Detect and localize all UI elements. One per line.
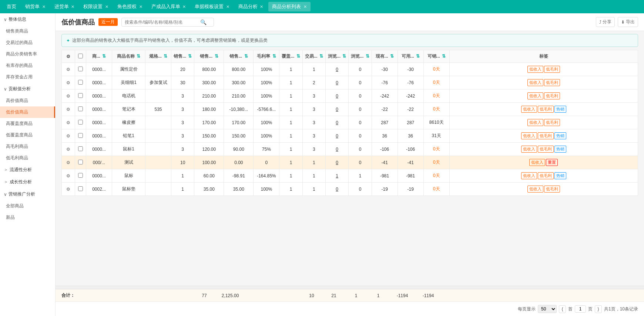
row-gear-cell[interactable]: ⚙ <box>62 116 75 129</box>
close-purchase-icon[interactable]: ✕ <box>71 4 74 9</box>
row-gear-cell[interactable]: ⚙ <box>62 156 75 169</box>
close-products-in-icon[interactable]: ✕ <box>182 4 186 9</box>
share-button[interactable]: ⤴ 分享 <box>596 17 615 27</box>
sidebar-section-circulation[interactable]: ＞ 流通性分析 <box>0 164 55 176</box>
search-icon[interactable]: 🔍 <box>200 19 207 25</box>
sidebar-item-high-margin[interactable]: 高毛利商品 <box>0 141 55 152</box>
views-link[interactable]: 0 <box>336 94 338 99</box>
row-coverage: 1 <box>279 169 302 183</box>
col-coverage[interactable]: 覆盖... ⇅ <box>279 50 302 63</box>
views-link[interactable]: 0 <box>336 147 338 152</box>
col-gear[interactable]: ⚙ <box>62 50 75 63</box>
row-gear-cell[interactable]: ⚙ <box>62 169 75 183</box>
col-views1[interactable]: 浏览... ⇅ <box>326 50 349 63</box>
row-sales-amt: 60.00 <box>194 169 224 183</box>
row-checkbox[interactable] <box>78 133 83 138</box>
nav-home[interactable]: 首页 <box>3 2 20 11</box>
row-usable: -22 <box>398 103 423 116</box>
close-template-icon[interactable]: ✕ <box>226 4 229 9</box>
col-name[interactable]: 商品名称 ⇅ <box>112 50 145 63</box>
page-number-input[interactable] <box>575 305 586 313</box>
col-transaction[interactable]: 交易... ⇅ <box>302 50 325 63</box>
nav-purchase[interactable]: 进货单 ✕ <box>51 2 78 11</box>
views-link[interactable]: 0 <box>336 160 338 165</box>
nav-sales[interactable]: 销货单 ✕ <box>21 2 49 11</box>
nav-analysis[interactable]: 商品分析 ✕ <box>235 2 267 11</box>
col-usable[interactable]: 可用... ⇅ <box>398 50 423 63</box>
close-permissions-icon[interactable]: ✕ <box>105 4 108 9</box>
row-gear-cell[interactable]: ⚙ <box>62 143 75 156</box>
row-gear-cell[interactable]: ⚙ <box>62 76 75 89</box>
views-link[interactable]: 0 <box>336 133 338 139</box>
sidebar-item-traded-products[interactable]: 交易过的商品 <box>0 37 55 48</box>
row-gear-cell[interactable]: ⚙ <box>62 129 75 143</box>
views-link[interactable]: 0 <box>336 120 338 125</box>
sidebar-item-inventory-fund[interactable]: 库存资金占用 <box>0 71 55 83</box>
col-tags[interactable]: 标签 <box>449 50 638 63</box>
close-analysis-list-icon[interactable]: ✕ <box>303 4 307 9</box>
sidebar-item-in-stock[interactable]: 有库存的商品 <box>0 60 55 71</box>
row-checkbox[interactable] <box>78 80 83 85</box>
per-page-select[interactable]: 50 100 200 <box>538 305 557 313</box>
nav-template[interactable]: 单据模板设置 ✕ <box>191 2 233 11</box>
col-saleable[interactable]: 可销... ⇅ <box>423 50 449 63</box>
row-coverage: 1 <box>279 116 302 129</box>
row-gear-cell[interactable]: ⚙ <box>62 63 75 76</box>
col-sales-avg[interactable]: 销售... ⇅ <box>224 50 254 63</box>
sidebar-item-low-margin[interactable]: 低毛利商品 <box>0 152 55 164</box>
nav-roles[interactable]: 角色授权 ✕ <box>114 2 146 11</box>
row-checkbox[interactable] <box>78 146 83 151</box>
sidebar-section-marketing[interactable]: ∨ 营销推广分析 <box>0 188 55 200</box>
close-analysis-icon[interactable]: ✕ <box>260 4 263 9</box>
sidebar-item-low-value[interactable]: 低价值商品 <box>0 106 55 118</box>
views-link[interactable]: 0 <box>336 67 338 72</box>
row-checkbox[interactable] <box>78 106 83 111</box>
close-roles-icon[interactable]: ✕ <box>139 4 142 9</box>
close-sales-icon[interactable]: ✕ <box>42 4 46 9</box>
select-all-checkbox[interactable] <box>78 54 83 58</box>
row-checkbox-cell <box>75 129 86 143</box>
sidebar-item-high-coverage[interactable]: 高覆盖度商品 <box>0 118 55 129</box>
col-sales-amt[interactable]: 销售... ⇅ <box>194 50 224 63</box>
row-checkbox[interactable] <box>78 160 83 164</box>
row-checkbox[interactable] <box>78 67 83 71</box>
sidebar-item-new-products[interactable]: 新品 <box>0 212 55 223</box>
time-tag-button[interactable]: 近一月 <box>98 18 118 26</box>
sidebar-item-all-products[interactable]: 全部商品 <box>0 200 55 212</box>
row-gear-cell[interactable]: ⚙ <box>62 183 75 196</box>
row-gear-cell[interactable]: ⚙ <box>62 89 75 103</box>
col-gross-margin[interactable]: 毛利率 ⇅ <box>254 50 279 63</box>
tag-label: 低毛利 <box>544 79 560 86</box>
first-page-button[interactable]: ⟨ <box>559 305 566 313</box>
nav-products-in[interactable]: 产成品入库单 ✕ <box>148 2 190 11</box>
row-checkbox[interactable] <box>78 93 83 98</box>
row-gear-cell[interactable]: ⚙ <box>62 103 75 116</box>
sidebar-section-growth[interactable]: ＞ 成长性分析 <box>0 176 55 188</box>
nav-permissions[interactable]: 权限设置 ✕ <box>80 2 112 11</box>
row-coverage: 1 <box>279 183 302 196</box>
search-input[interactable] <box>125 20 199 25</box>
col-current[interactable]: 现有... ⇅ <box>372 50 398 63</box>
row-gross-margin: 75% <box>254 143 279 156</box>
nav-analysis-list[interactable]: 商品分析列表 ✕ <box>268 2 311 11</box>
row-checkbox[interactable] <box>78 186 83 191</box>
views-link[interactable]: 1 <box>336 173 338 179</box>
sidebar-item-low-coverage[interactable]: 低覆盖度商品 <box>0 129 55 141</box>
sidebar-item-sales-products[interactable]: 销售类商品 <box>0 26 55 37</box>
views-link[interactable]: 0 <box>336 187 338 192</box>
sidebar-section-general[interactable]: ∨ 整体信息 <box>0 13 55 26</box>
sidebar-item-high-value[interactable]: 高价值商品 <box>0 95 55 106</box>
export-button[interactable]: ⬇ 导出 <box>618 17 638 27</box>
row-checkbox[interactable] <box>78 173 83 178</box>
col-spec[interactable]: 规格... ⇅ <box>145 50 171 63</box>
sidebar-section-contribution[interactable]: ∨ 贡献值分析 <box>0 83 55 95</box>
col-views2[interactable]: 浏览... ⇅ <box>349 50 372 63</box>
horizontal-scrollbar[interactable] <box>56 286 644 289</box>
row-checkbox[interactable] <box>78 120 83 125</box>
col-sales-qty[interactable]: 销售... ⇅ <box>171 50 194 63</box>
views-link[interactable]: 0 <box>336 107 338 112</box>
views-link[interactable]: 0 <box>336 80 338 85</box>
sidebar-item-category-rate[interactable]: 商品分类销售率 <box>0 48 55 60</box>
last-page-button[interactable]: ⟩ <box>595 305 602 313</box>
col-code[interactable]: 商... ⇅ <box>86 50 112 63</box>
